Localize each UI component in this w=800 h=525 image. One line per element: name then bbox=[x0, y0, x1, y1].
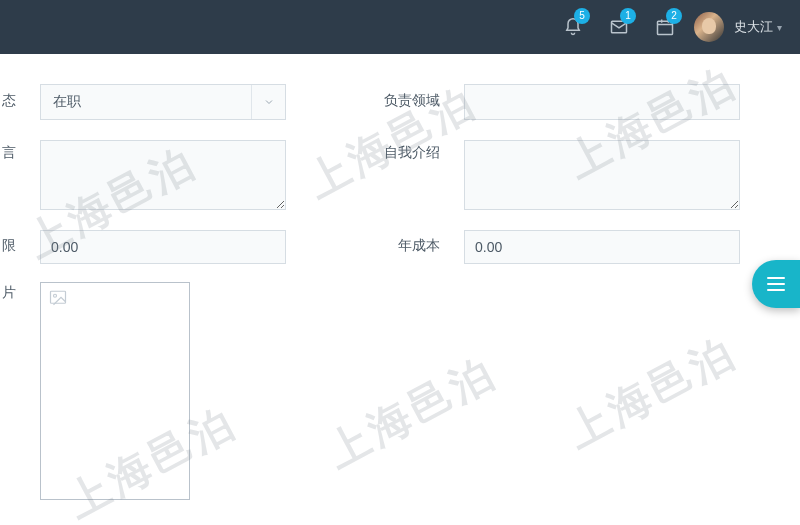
chevron-down-icon: ▾ bbox=[777, 22, 782, 33]
image-upload-box[interactable] bbox=[40, 282, 190, 500]
top-bar: 5 1 2 史大江 ▾ bbox=[0, 0, 800, 54]
user-menu[interactable]: 史大江 ▾ bbox=[694, 0, 782, 54]
calendar-button[interactable]: 2 bbox=[642, 0, 688, 54]
watermark: 上海邑泊 bbox=[558, 324, 747, 460]
left-number-input[interactable] bbox=[40, 230, 286, 264]
responsibility-label: 负责领域 bbox=[350, 92, 440, 110]
notifications-button[interactable]: 5 bbox=[550, 0, 596, 54]
floating-menu-button[interactable] bbox=[752, 260, 800, 308]
status-select-value: 在职 bbox=[53, 93, 81, 111]
user-name: 史大江 bbox=[734, 18, 773, 36]
menu-icon bbox=[767, 277, 785, 291]
responsibility-input[interactable] bbox=[464, 84, 740, 120]
yearcost-label: 年成本 bbox=[350, 237, 440, 255]
messages-button[interactable]: 1 bbox=[596, 0, 642, 54]
selfintro-textarea[interactable] bbox=[464, 140, 740, 210]
status-select[interactable]: 在职 bbox=[40, 84, 286, 120]
form-area: 态 言 限 片 在职 负责领域 自我介绍 年成本 上海邑泊 上海邑泊 上海邑泊 … bbox=[0, 54, 800, 525]
image-label-fragment: 片 bbox=[0, 284, 16, 302]
mail-badge: 1 bbox=[620, 8, 636, 24]
svg-rect-2 bbox=[51, 291, 66, 303]
chevron-down-icon bbox=[251, 85, 285, 119]
bell-badge: 5 bbox=[574, 8, 590, 24]
watermark: 上海邑泊 bbox=[318, 344, 507, 480]
calendar-badge: 2 bbox=[666, 8, 682, 24]
avatar bbox=[694, 12, 724, 42]
yearcost-input[interactable] bbox=[464, 230, 740, 264]
left-number-label-fragment: 限 bbox=[0, 237, 16, 255]
selfintro-label: 自我介绍 bbox=[350, 144, 440, 162]
svg-point-3 bbox=[54, 294, 57, 297]
left-textarea-label-fragment: 言 bbox=[0, 144, 16, 162]
left-textarea[interactable] bbox=[40, 140, 286, 210]
status-label-fragment: 态 bbox=[0, 92, 16, 110]
image-placeholder-icon bbox=[47, 289, 69, 307]
